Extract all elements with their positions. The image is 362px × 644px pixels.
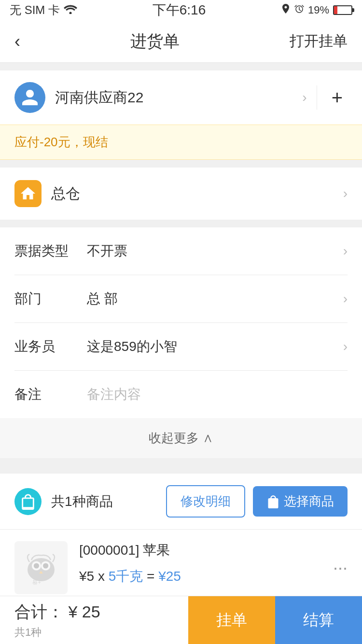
supplier-name: 河南供应商22 [55,88,297,108]
svg-text:晷+: 晷+ [32,579,41,585]
product-code: [0000001] [79,543,139,558]
select-product-label: 选择商品 [284,493,334,510]
back-button[interactable]: ‹ [14,31,20,52]
invoice-type-label: 票据类型 [14,242,72,260]
location-icon [281,4,291,16]
invoice-type-row[interactable]: 票据类型 不开票 › [0,227,362,275]
product-title-text: 苹果 [143,543,170,558]
status-time: 下午6:16 [153,1,206,19]
product-item: 晷+ [0000001] 苹果 ¥5 x 5千克 = ¥25 ··· [0,529,362,606]
page-title: 进货单 [130,30,180,53]
total-label: 合计： [14,602,64,621]
separator-2 [0,160,362,168]
salesperson-value: 这是859的小智 [72,337,338,356]
salesperson-chevron-icon: › [343,339,348,354]
salesperson-row[interactable]: 业务员 这是859的小智 › [0,323,362,370]
department-chevron-icon: › [343,291,348,307]
warehouse-icon [14,180,42,207]
remark-label: 备注 [14,385,72,404]
total-value: ¥ 25 [68,602,100,621]
department-row[interactable]: 部门 总 部 › [0,275,362,322]
salesperson-label: 业务员 [14,337,72,356]
total-section: 合计： ¥ 25 共1种 [0,596,188,644]
remark-input[interactable]: 备注内容 [72,385,348,404]
product-more-button[interactable]: ··· [323,558,348,578]
invoice-type-chevron-icon: › [343,243,348,259]
person-icon [20,88,40,107]
warehouse-name: 总仓 [51,184,338,204]
wifi-icon [64,3,77,17]
warehouse-section: 总仓 › [0,168,362,220]
remark-row[interactable]: 备注 备注内容 [0,371,362,418]
product-info: [0000001] 苹果 ¥5 x 5千克 = ¥25 [79,541,323,586]
svg-point-5 [34,563,39,568]
supplier-avatar [14,82,45,113]
svg-point-0 [70,12,72,14]
product-count-label: 共1种商品 [51,492,166,511]
status-left: 无 SIM 卡 [10,2,77,18]
product-header: 共1种商品 修改明细 选择商品 [0,474,362,529]
separator-1 [0,63,362,70]
separator-3 [0,220,362,227]
status-bar: 无 SIM 卡 下午6:16 19% [0,0,362,20]
shopping-bag-icon [20,493,36,510]
price-qty: 5千克 [109,569,143,584]
svg-point-2 [28,558,55,581]
price-base: ¥5 [79,569,94,584]
warehouse-row[interactable]: 总仓 › [0,168,362,220]
battery-icon [333,5,352,15]
price-total: ¥25 [158,569,181,584]
product-section: 共1种商品 修改明细 选择商品 [0,474,362,606]
invoice-type-value: 不开票 [72,242,338,260]
edit-detail-button[interactable]: 修改明细 [166,485,245,518]
price-eq: = [147,569,158,584]
bottom-bar: 合计： ¥ 25 共1种 挂单 结算 [0,596,362,644]
add-supplier-button[interactable]: + [327,87,348,109]
select-product-icon [266,495,280,508]
supplier-section: 河南供应商22 › + 应付-20元，现结 [0,70,362,160]
total-amount: 合计： ¥ 25 [14,601,174,623]
separator-4 [0,458,362,466]
owl-logo-icon: 晷+ [22,548,60,587]
checkout-button[interactable]: 结算 [275,596,362,644]
product-icon [14,488,42,515]
collapse-button[interactable]: 收起更多 ∧ [0,418,362,458]
hang-button[interactable]: 挂单 [188,596,275,644]
warehouse-chevron-icon: › [343,186,348,201]
battery-percent: 19% [308,4,329,16]
department-value: 总 部 [72,290,338,308]
supplier-row[interactable]: 河南供应商22 › + [0,70,362,125]
supplier-chevron-icon: › [302,90,306,105]
status-right: 19% [281,4,352,16]
product-price: ¥5 x 5千克 = ¥25 [79,567,323,586]
carrier-label: 无 SIM 卡 [10,2,60,18]
product-thumbnail: 晷+ [14,541,68,594]
open-hang-button[interactable]: 打开挂单 [290,31,348,51]
form-section: 票据类型 不开票 › 部门 总 部 › 业务员 这是859的小智 › 备注 备注… [0,227,362,418]
total-count: 共1种 [14,625,174,640]
product-name: [0000001] 苹果 [79,541,323,560]
supplier-divider [317,85,317,110]
nav-bar: ‹ 进货单 打开挂单 [0,20,362,63]
alarm-icon [294,4,304,16]
department-label: 部门 [14,290,72,308]
svg-point-6 [43,563,48,568]
home-icon [19,185,37,202]
notice-bar: 应付-20元，现结 [0,125,362,160]
select-product-button[interactable]: 选择商品 [253,486,348,517]
price-x: x [98,569,109,584]
